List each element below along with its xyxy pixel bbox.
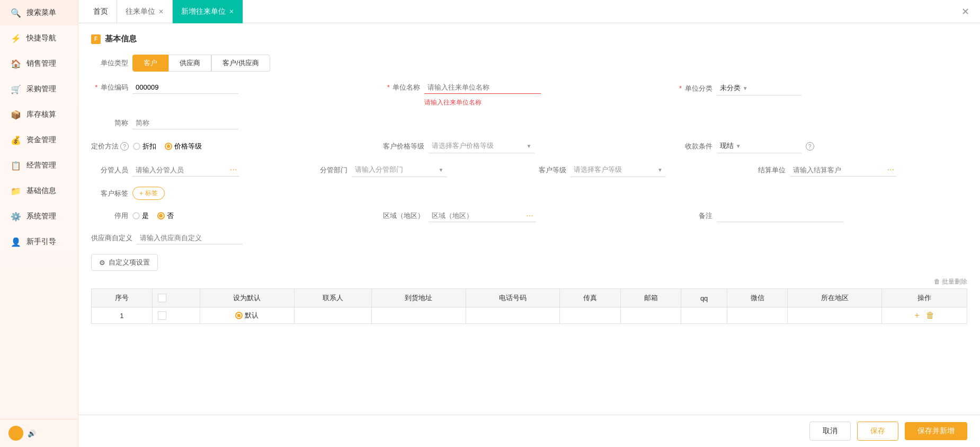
col-email: 邮箱 [620, 289, 681, 308]
tab-home[interactable]: 首页 [85, 0, 117, 23]
sidebar-item-basic[interactable]: 📁 基础信息 [0, 178, 78, 204]
type-btn-supplier[interactable]: 供应商 [168, 55, 211, 72]
add-row-icon[interactable]: + [913, 311, 922, 320]
batch-delete[interactable]: 🗑 批量删除 [91, 277, 967, 286]
sidebar-label-operation: 经营管理 [26, 161, 56, 170]
settlement-ellipsis-icon[interactable]: ··· [885, 165, 896, 174]
unit-name-group: * 单位名称 请输入往来单位名称 [383, 81, 675, 107]
settlement-input[interactable] [790, 164, 885, 176]
disabled-region-row: 停用 是 否 区域（地区） ··· [91, 209, 967, 222]
col-checkbox [152, 289, 200, 308]
disabled-radio-group: 是 否 [132, 211, 174, 221]
unit-name-input[interactable] [424, 81, 541, 94]
row-checkbox[interactable] [158, 311, 166, 320]
pricing-radio-group: 折扣 价格等级 [133, 142, 202, 151]
user-avatar [8, 426, 23, 441]
sidebar-item-purchase[interactable]: 🛒 采购管理 [0, 76, 78, 102]
section-title: 基本信息 [105, 34, 137, 44]
default-radio-item[interactable]: 默认 [206, 311, 289, 320]
col-region: 所在地区 [788, 289, 882, 308]
sidebar-label-purchase: 采购管理 [26, 84, 56, 94]
payment-label: 收款条件 [675, 142, 712, 151]
tag-label: 客户标签 [91, 189, 128, 198]
customer-price-chevron-icon: ▼ [526, 143, 531, 149]
manager-ellipsis-icon[interactable]: ··· [228, 165, 239, 174]
payment-group: 收款条件 现结 ▼ ? [675, 139, 967, 153]
cell-default: 默认 [200, 308, 294, 324]
manager-label: 分管人员 [91, 165, 128, 175]
default-radio [235, 312, 243, 319]
region-input[interactable] [429, 209, 524, 222]
sidebar-item-newguide[interactable]: 👤 新手引导 [0, 229, 78, 255]
sidebar-label-basic: 基础信息 [26, 186, 56, 196]
save-button[interactable]: 保存 [857, 422, 898, 441]
window-close-icon[interactable]: ✕ [957, 6, 974, 17]
code-name-row: * 单位编码 * 单位名称 请输入往来单位名称 [91, 81, 967, 107]
region-ellipsis-icon[interactable]: ··· [524, 211, 535, 221]
sidebar-item-system[interactable]: ⚙️ 系统管理 [0, 204, 78, 229]
tab-contacts-close[interactable]: ✕ [158, 8, 164, 15]
customer-grade-placeholder: 请选择客户等级 [574, 165, 655, 174]
sound-icon: 🔊 [28, 430, 36, 437]
sidebar-item-search[interactable]: 🔍 搜索菜单 [0, 0, 78, 25]
tab-new-contact-label: 新增往来单位 [181, 7, 226, 16]
yes-radio [132, 212, 140, 220]
payment-dropdown[interactable]: 现结 ▼ [717, 139, 801, 153]
cancel-button[interactable]: 取消 [809, 422, 851, 441]
type-btn-both[interactable]: 客户/供应商 [211, 55, 270, 72]
add-tag-button[interactable]: + 标签 [132, 187, 165, 200]
payment-chevron-icon: ▼ [736, 143, 741, 149]
default-label: 默认 [245, 311, 259, 320]
custom-settings-button[interactable]: ⚙ 自定义项设置 [91, 254, 158, 271]
abbr-input[interactable] [132, 117, 238, 129]
grade-label: 价格等级 [174, 142, 202, 151]
settlement-input-wrap: ··· [790, 164, 896, 177]
tab-new-contact-close[interactable]: ✕ [229, 8, 234, 15]
customer-grade-dropdown[interactable]: 请选择客户等级 ▼ [571, 163, 666, 177]
unit-name-label: * 单位名称 [383, 83, 420, 92]
dept-dropdown[interactable]: 请输入分管部门 ▼ [352, 163, 447, 177]
manager-input[interactable] [132, 164, 228, 176]
pricing-option-grade[interactable]: 价格等级 [165, 142, 202, 151]
delete-row-icon[interactable]: 🗑 [924, 311, 937, 320]
sidebar-item-operation[interactable]: 📋 经营管理 [0, 153, 78, 178]
search-icon: 🔍 [11, 7, 21, 18]
operation-icon: 📋 [11, 160, 21, 171]
payment-help-icon[interactable]: ? [806, 142, 814, 151]
select-all-checkbox[interactable] [158, 294, 166, 302]
tab-contacts[interactable]: 往来单位 ✕ [117, 0, 173, 23]
region-label: 区域（地区） [383, 211, 424, 221]
unit-code-input[interactable] [132, 81, 238, 94]
sidebar-label-guide: 新手引导 [26, 237, 56, 247]
remark-input[interactable] [717, 209, 844, 222]
tab-new-contact[interactable]: 新增往来单位 ✕ [173, 0, 243, 23]
unit-code-group: * 单位编码 [91, 81, 383, 94]
unit-category-dropdown[interactable]: 未分类 ▼ [717, 81, 801, 95]
disabled-no-option[interactable]: 否 [157, 211, 174, 221]
supplier-custom-input[interactable] [137, 232, 243, 244]
cell-qq [681, 308, 727, 324]
bottom-bar: 取消 保存 保存并新增 [78, 415, 980, 447]
batch-delete-icon: 🗑 [934, 278, 940, 285]
remark-label: 备注 [675, 211, 712, 221]
sidebar-item-finance[interactable]: 💰 资金管理 [0, 127, 78, 153]
main-area: 首页 往来单位 ✕ 新增往来单位 ✕ ✕ F 基本信息 单位类型 客户 供应商 [78, 0, 980, 447]
pricing-option-discount[interactable]: 折扣 [133, 142, 156, 151]
pricing-help-icon[interactable]: ? [120, 142, 129, 151]
finance-icon: 💰 [11, 135, 21, 145]
customer-price-dropdown[interactable]: 请选择客户价格等级 ▼ [429, 139, 534, 153]
sidebar-item-inventory[interactable]: 📦 库存核算 [0, 102, 78, 127]
sidebar-label-inventory: 库存核算 [26, 110, 56, 119]
unit-category-label: * 单位分类 [675, 84, 712, 93]
sidebar-item-sales[interactable]: 🏠 销售管理 [0, 51, 78, 76]
disabled-yes-option[interactable]: 是 [132, 211, 149, 221]
sidebar-label-finance: 资金管理 [26, 135, 56, 145]
tabbar: 首页 往来单位 ✕ 新增往来单位 ✕ ✕ [78, 0, 980, 23]
manager-row: 分管人员 ··· 分管部门 请输入分管部门 ▼ 客户等级 请选择客户等级 ▼ [91, 163, 967, 177]
col-phone: 电话号码 [466, 289, 560, 308]
type-btn-customer[interactable]: 客户 [132, 55, 168, 72]
save-new-button[interactable]: 保存并新增 [905, 422, 967, 440]
abbr-label: 简称 [91, 118, 128, 128]
sidebar-item-quicknav[interactable]: ⚡ 快捷导航 [0, 25, 78, 51]
unit-type-row: 单位类型 客户 供应商 客户/供应商 [91, 55, 967, 72]
